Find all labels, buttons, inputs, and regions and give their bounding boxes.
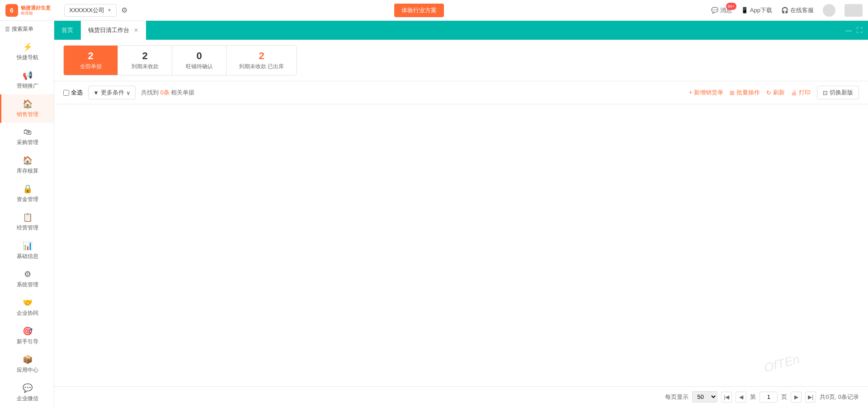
basic-info-label: 基础信息	[17, 253, 38, 260]
first-page-button[interactable]: |◀	[721, 392, 732, 402]
per-page-select[interactable]: 50 20 100 200	[692, 391, 717, 402]
sidebar-item-sales[interactable]: 🏠 销售管理	[0, 94, 54, 123]
tab-maximize-icon[interactable]: ⛶	[856, 27, 863, 34]
add-sale-button[interactable]: + 新增销货单	[689, 89, 723, 97]
tab-workbench[interactable]: 钱货日清工作台 ✕	[81, 21, 146, 40]
per-page-label: 每页显示	[665, 393, 689, 401]
stat-card-overdue[interactable]: 2 到期未收款	[118, 46, 172, 75]
sidebar-item-finance[interactable]: 🔒 资金管理	[0, 179, 54, 208]
print-button[interactable]: 🖨 打印	[791, 89, 811, 97]
search-menu-label: 搜索菜单	[12, 25, 33, 33]
system-icon: ⚙	[24, 269, 31, 279]
online-service-action[interactable]: 🎧 在线客服	[781, 6, 814, 14]
header-right: 💬 消息 99+ 📱 App下载 🎧 在线客服	[711, 4, 863, 17]
prev-page-button[interactable]: ◀	[736, 392, 746, 402]
tab-bar: 首页 钱货日清工作台 ✕ — ⛶	[54, 21, 868, 40]
purchase-icon: 🛍	[24, 127, 32, 137]
stat-label-overdue: 到期未收款	[131, 63, 159, 70]
found-suffix: 相关单据	[171, 89, 194, 96]
select-all-checkbox[interactable]: 全选	[63, 89, 83, 97]
filter-arrow-icon: ∨	[126, 89, 131, 96]
operation-label: 经营管理	[17, 224, 38, 232]
batch-operation-button[interactable]: ⊞ 批量操作	[730, 89, 760, 97]
toolbar: 全选 ▼ 更多条件 ∨ 共找到 0条 相关单据 + 新增销货单 ⊞	[54, 81, 868, 104]
logo-icon: 6	[5, 4, 18, 17]
quick-nav-label: 快捷导航	[17, 54, 38, 61]
sidebar-item-purchase[interactable]: 🛍 采购管理	[0, 123, 54, 151]
app-download-action[interactable]: 📱 App下载	[741, 6, 772, 14]
tab-actions: — ⛶	[845, 27, 868, 34]
finance-icon: 🔒	[23, 184, 33, 194]
sidebar-item-app-center[interactable]: 📦 应用中心	[0, 350, 54, 379]
finance-label: 资金管理	[17, 196, 38, 203]
refresh-button[interactable]: ↻ 刷新	[766, 89, 785, 97]
page-content: 2 全部单据 2 到期未收款 0 旺铺待确认 2 到期未收款 已出库	[54, 40, 868, 407]
guide-label: 新手引导	[17, 338, 38, 346]
select-all-input[interactable]	[63, 90, 69, 96]
switch-version-button[interactable]: ⊡ 切换新版	[817, 86, 859, 99]
purchase-label: 采购管理	[17, 139, 38, 146]
content-area: 首页 钱货日清工作台 ✕ — ⛶ 2 全部单据	[54, 21, 868, 407]
select-all-label: 全选	[71, 89, 83, 97]
table-area	[54, 104, 868, 386]
found-text: 共找到 0条 相关单据	[141, 89, 194, 97]
quick-nav-icon: ⚡	[23, 42, 33, 52]
stat-card-overdue-shipped[interactable]: 2 到期未收款 已出库	[226, 46, 297, 75]
mobile-icon: 📱	[741, 7, 748, 14]
tab-workbench-label: 钱货日清工作台	[88, 26, 129, 34]
sidebar-item-basic-info[interactable]: 📊 基础信息	[0, 236, 54, 265]
pagination-footer: 每页显示 50 20 100 200 |◀ ◀ 第 页 ▶ ▶| 共0页, 0条…	[54, 386, 868, 407]
tab-minimize-icon[interactable]: —	[845, 27, 852, 34]
stat-card-pending[interactable]: 0 旺铺待确认	[172, 46, 226, 75]
main-layout: ☰ 搜索菜单 ⚡ 快捷导航 📢 营销推广 🏠 销售管理 🛍 采购管理 🏠 库存核…	[0, 21, 868, 407]
message-icon: 💬	[711, 7, 718, 14]
print-icon: 🖨	[791, 89, 797, 96]
sidebar-item-enterprise[interactable]: 🤝 企业协同	[0, 293, 54, 322]
wechat-icon: 💬	[23, 383, 33, 393]
sidebar-item-search-menu[interactable]: ☰ 搜索菜单	[0, 21, 54, 37]
company-name: XXXXXX公司	[69, 6, 104, 14]
user-extra[interactable]	[844, 4, 863, 17]
settings-icon[interactable]: ⚙	[121, 6, 127, 14]
company-arrow-icon: ▼	[107, 8, 112, 13]
tab-close-icon[interactable]: ✕	[134, 27, 138, 33]
stat-number-overdue: 2	[131, 50, 159, 62]
logo-text-wrap: 畅捷通好生意 标准版	[21, 5, 51, 16]
last-page-button[interactable]: ▶|	[805, 392, 816, 402]
company-selector[interactable]: XXXXXX公司 ▼	[64, 4, 117, 17]
headset-icon: 🎧	[781, 7, 788, 14]
message-action[interactable]: 💬 消息 99+	[711, 6, 732, 14]
operation-icon: 📋	[23, 212, 33, 222]
batch-icon: ⊞	[730, 89, 735, 96]
stat-card-all[interactable]: 2 全部单据	[64, 46, 118, 75]
sidebar-item-guide[interactable]: 🎯 新手引导	[0, 322, 54, 350]
sidebar-item-system[interactable]: ⚙ 系统管理	[0, 265, 54, 293]
stat-number-overdue-shipped: 2	[239, 50, 284, 62]
app-center-label: 应用中心	[17, 366, 38, 374]
toolbar-right: + 新增销货单 ⊞ 批量操作 ↻ 刷新 🖨 打印 ⊡	[689, 86, 859, 99]
sidebar-item-wechat[interactable]: 💬 企业微信	[0, 379, 54, 407]
experience-button[interactable]: 体验行业方案	[394, 4, 444, 17]
filter-button[interactable]: ▼ 更多条件 ∨	[88, 86, 136, 99]
next-page-button[interactable]: ▶	[791, 392, 802, 402]
stat-label-all: 全部单据	[76, 63, 105, 70]
app-download-label: App下载	[750, 6, 772, 14]
inventory-label: 库存核算	[17, 167, 38, 175]
switch-label: 切换新版	[830, 89, 853, 97]
refresh-label: 刷新	[773, 89, 785, 97]
print-label: 打印	[799, 89, 811, 97]
tab-home[interactable]: 首页	[54, 21, 81, 40]
sidebar-item-marketing[interactable]: 📢 营销推广	[0, 66, 54, 94]
marketing-label: 营销推广	[17, 82, 38, 90]
logo-main-text: 畅捷通好生意	[21, 5, 51, 11]
marketing-icon: 📢	[23, 70, 33, 80]
stat-label-overdue-shipped: 到期未收款 已出库	[239, 63, 284, 70]
page-number-input[interactable]	[760, 392, 778, 402]
filter-label: 更多条件	[101, 89, 124, 97]
sidebar-item-operation[interactable]: 📋 经营管理	[0, 208, 54, 236]
header-center: 体验行业方案	[127, 4, 711, 17]
stat-number-all: 2	[76, 50, 105, 62]
sidebar-item-inventory[interactable]: 🏠 库存核算	[0, 151, 54, 179]
avatar[interactable]	[823, 4, 835, 17]
sidebar-item-quick-nav[interactable]: ⚡ 快捷导航	[0, 37, 54, 66]
